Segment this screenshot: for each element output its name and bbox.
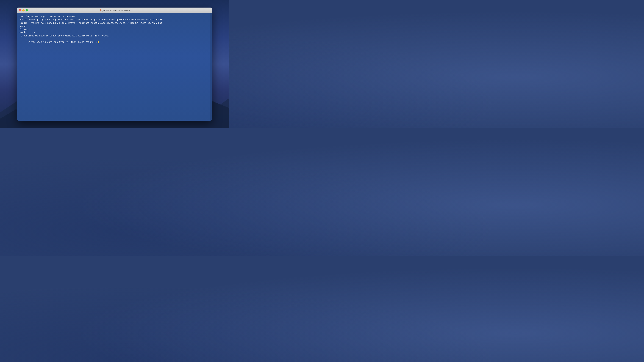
terminal-line-8: If you wish to continue type (Y) then pr… — [20, 37, 210, 47]
traffic-lights — [19, 9, 28, 11]
terminal-window: 🏠 jeff — createinstallmed • sudo Last lo… — [17, 7, 212, 121]
terminal-line-4: a.app — [20, 25, 210, 28]
close-button[interactable] — [19, 9, 21, 11]
title-bar: 🏠 jeff — createinstallmed • sudo — [17, 7, 212, 13]
terminal-line-7: To continue we need to erase the volume … — [20, 34, 210, 37]
window-title: 🏠 jeff — createinstallmed • sudo — [99, 9, 130, 12]
maximize-button[interactable] — [26, 9, 28, 11]
terminal-line-1: Last login: Wed Aug 2 10:35:24 on ttys00… — [20, 15, 210, 18]
scrollbar[interactable] — [210, 13, 212, 121]
terminal-line-2: Jeffs-iMac:~ jeff$ sudo /Applications/In… — [20, 18, 210, 21]
title-text: jeff — createinstallmed • sudo — [103, 9, 130, 12]
home-icon: 🏠 — [99, 9, 102, 11]
prompt-line-text: If you wish to continue type (Y) then pr… — [27, 41, 97, 43]
terminal-line-6: Ready to start. — [20, 31, 210, 34]
terminal-body[interactable]: Last login: Wed Aug 2 10:35:24 on ttys00… — [17, 13, 212, 121]
terminal-cursor — [98, 41, 99, 43]
terminal-line-5: Password: — [20, 28, 210, 31]
minimize-button[interactable] — [22, 9, 24, 11]
terminal-line-3: lmedia --volume /Volumes/USB\ Flash\ Dri… — [20, 21, 210, 25]
